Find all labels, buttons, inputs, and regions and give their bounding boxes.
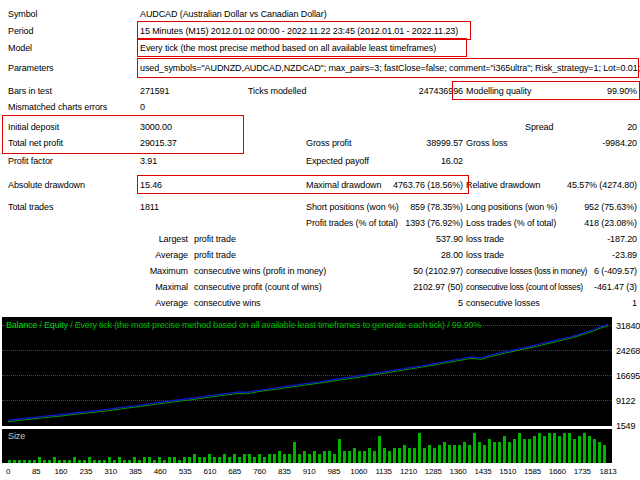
size-bar [263,457,266,463]
size-bar [543,436,546,463]
size-bar [458,445,461,463]
size-plot-area [2,429,612,463]
report-value: AUDCAD (Australian Dollar vs Canadian Do… [140,6,327,22]
size-bar [118,457,121,463]
size-bar [278,451,281,463]
report-row: Averageconsecutive wins5consecutive loss… [0,295,640,311]
size-bar [398,448,401,463]
size-bar [233,454,236,463]
size-bar [188,457,191,463]
report-label: Average [96,247,188,263]
size-bar [168,457,171,463]
report-label: Largest [96,231,188,247]
legend-separator: / [37,320,44,330]
size-bar [328,451,331,463]
size-bar [353,448,356,463]
x-axis-label: 1510 [499,467,516,476]
chart-legend: Balance / Equity / Every tick (the most … [6,320,481,330]
report-value: 1 [521,295,637,311]
size-bar [173,457,176,463]
strategy-tester-report: SymbolAUDCAD (Australian Dollar vs Canad… [0,0,640,480]
size-bar [18,460,21,463]
report-value: -187.20 [521,231,637,247]
size-bar [63,460,66,463]
size-bar [223,454,226,463]
size-bar [218,457,221,463]
size-bar [408,448,411,463]
size-bar [48,460,51,463]
report-label: loss trade [466,231,504,247]
size-bar [333,454,336,463]
size-bar [478,442,481,463]
highlight-box-parameters [137,58,639,78]
size-section-label: Size [8,431,25,441]
report-label: consecutive wins [194,295,260,311]
report-value: 16.02 [360,153,463,169]
report-row: SymbolAUDCAD (Australian Dollar vs Canad… [0,6,640,22]
report-label: loss trade [466,247,504,263]
size-bar [28,460,31,463]
report-row: Averageprofit trade28.00loss trade-23.89 [0,247,640,263]
size-bar [153,460,156,463]
x-axis-label: 760 [253,467,266,476]
size-bar [523,439,526,463]
size-bar [573,439,576,463]
size-bar [148,457,151,463]
size-bar [453,445,456,463]
size-bar [383,448,386,463]
size-bar [273,454,276,463]
size-bar [388,451,391,463]
size-bar [203,457,206,463]
y-axis-label: 9122 [616,396,640,406]
size-bar [313,451,316,463]
report-label: Average [96,295,188,311]
size-bar [303,451,306,463]
size-bar [348,451,351,463]
size-bar [493,442,496,463]
size-bar [73,457,76,463]
report-row: Largestprofit trade537.90loss trade-187.… [0,231,640,247]
report-value: -9984.20 [521,135,637,151]
report-label: Bars in test [8,83,52,99]
size-bar [343,451,346,463]
size-bar [483,445,486,463]
report-label: Symbol [8,6,37,22]
x-axis-label: 685 [228,467,241,476]
size-bar [568,433,571,463]
size-bar [228,457,231,463]
x-axis-label: 310 [104,467,117,476]
report-value: 5 [360,295,463,311]
legend-separator: / [445,320,452,330]
report-value: 0 [140,99,145,115]
report-value: 247436996 [360,83,463,99]
balance-label: Balance [6,320,37,330]
report-row: Mismatched charts errors0 [0,99,640,115]
x-axis-label: 85 [32,467,41,476]
size-bar [513,439,516,463]
report-value: 1393 (76.92%) [360,215,463,231]
x-axis-label: 460 [154,467,167,476]
size-bar [508,442,511,463]
size-bar [308,454,311,463]
size-bar [138,460,141,463]
x-axis-label: 1060 [350,467,367,476]
report-label: Ticks modelled [248,83,306,99]
size-bar [293,442,296,463]
size-bar [158,457,161,463]
size-bar [108,457,111,463]
size-bar [208,454,211,463]
report-label: profit trade [194,231,236,247]
size-bar [588,436,591,463]
size-bar [488,439,491,463]
equity-label: Equity [44,320,68,330]
size-bar [448,445,451,463]
report-value: 418 (23.08%) [521,215,637,231]
size-bar [83,460,86,463]
size-bar [528,439,531,463]
size-bar [93,460,96,463]
size-bar [103,460,106,463]
report-label: Gross profit [306,135,351,151]
report-row: Total trades1811Short positions (won %)8… [0,199,640,215]
y-axis-label: 16695 [616,371,640,381]
report-label: Maximum [96,263,188,279]
